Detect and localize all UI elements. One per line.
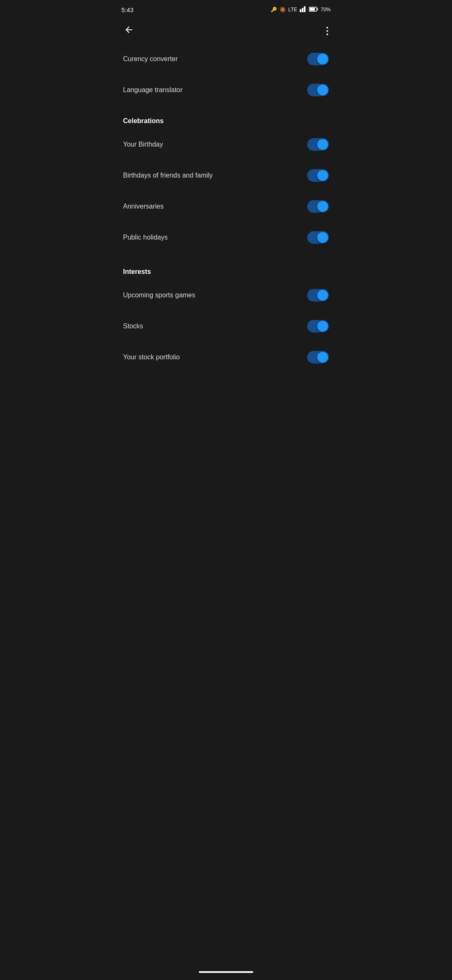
toggle-thumb xyxy=(317,54,328,64)
public-holidays-label: Public holidays xyxy=(123,234,168,241)
more-dot-2 xyxy=(326,30,328,32)
birthdays-friends-family-label: Birthdays of friends and family xyxy=(123,172,213,179)
toggle-thumb xyxy=(317,232,328,243)
your-stock-portfolio-label: Your stock portfolio xyxy=(123,353,180,361)
more-dot-1 xyxy=(326,27,328,28)
anniversaries-label: Anniversaries xyxy=(123,203,164,210)
interests-title: Interests xyxy=(123,268,151,275)
language-translator-label: Language translator xyxy=(123,86,182,94)
toggle-thumb xyxy=(317,139,328,150)
settings-item-currency-converter[interactable]: Curency converter xyxy=(113,44,339,75)
signal-icon xyxy=(300,6,306,13)
toggle-thumb xyxy=(317,290,328,301)
anniversaries-toggle[interactable] xyxy=(307,200,329,213)
home-indicator xyxy=(199,971,253,973)
settings-item-language-translator[interactable]: Language translator xyxy=(113,75,339,106)
currency-converter-toggle[interactable] xyxy=(307,53,329,65)
back-button[interactable] xyxy=(121,21,137,41)
lte-label: LTE xyxy=(288,7,297,13)
svg-rect-5 xyxy=(309,8,315,10)
settings-item-anniversaries[interactable]: Anniversaries xyxy=(113,191,339,222)
settings-item-stocks[interactable]: Stocks xyxy=(113,311,339,342)
toggle-thumb xyxy=(317,321,328,332)
settings-item-birthdays-friends-family[interactable]: Birthdays of friends and family xyxy=(113,160,339,191)
bottom-bar xyxy=(113,967,339,980)
your-stock-portfolio-toggle[interactable] xyxy=(307,351,329,364)
svg-rect-4 xyxy=(317,8,318,10)
celebrations-title: Celebrations xyxy=(123,117,164,124)
settings-item-your-stock-portfolio[interactable]: Your stock portfolio xyxy=(113,342,339,373)
more-options-button[interactable] xyxy=(323,23,331,39)
toggle-thumb xyxy=(317,352,328,363)
battery-percentage: 70% xyxy=(321,7,331,13)
settings-container: Curency converter Language translator Ce… xyxy=(113,44,339,373)
svg-marker-0 xyxy=(300,9,301,12)
birthdays-friends-family-toggle[interactable] xyxy=(307,169,329,182)
upcoming-sports-games-toggle[interactable] xyxy=(307,289,329,302)
public-holidays-toggle[interactable] xyxy=(307,231,329,244)
toggle-thumb xyxy=(317,201,328,212)
key-icon: 🔑 xyxy=(271,7,277,13)
settings-item-your-birthday[interactable]: Your Birthday xyxy=(113,129,339,160)
settings-item-upcoming-sports-games[interactable]: Upcoming sports games xyxy=(113,280,339,311)
status-icons: 🔑 🔕 LTE 70% xyxy=(271,6,331,13)
toggle-thumb xyxy=(317,85,328,95)
more-dot-3 xyxy=(326,34,328,35)
app-bar xyxy=(113,18,339,44)
battery-icon xyxy=(309,7,318,13)
svg-marker-2 xyxy=(304,6,306,12)
status-time: 5:43 xyxy=(121,6,134,13)
status-bar: 5:43 🔑 🔕 LTE 70% xyxy=(113,0,339,18)
stocks-label: Stocks xyxy=(123,322,143,330)
mute-icon: 🔕 xyxy=(280,7,286,13)
celebrations-section-header: Celebrations xyxy=(113,106,339,129)
upcoming-sports-games-label: Upcoming sports games xyxy=(123,291,195,299)
your-birthday-label: Your Birthday xyxy=(123,141,163,148)
stocks-toggle[interactable] xyxy=(307,320,329,333)
interests-section-header: Interests xyxy=(113,253,339,280)
settings-item-public-holidays[interactable]: Public holidays xyxy=(113,222,339,253)
toggle-thumb xyxy=(317,170,328,181)
svg-marker-1 xyxy=(302,8,303,12)
your-birthday-toggle[interactable] xyxy=(307,138,329,151)
language-translator-toggle[interactable] xyxy=(307,84,329,96)
currency-converter-label: Curency converter xyxy=(123,55,178,63)
